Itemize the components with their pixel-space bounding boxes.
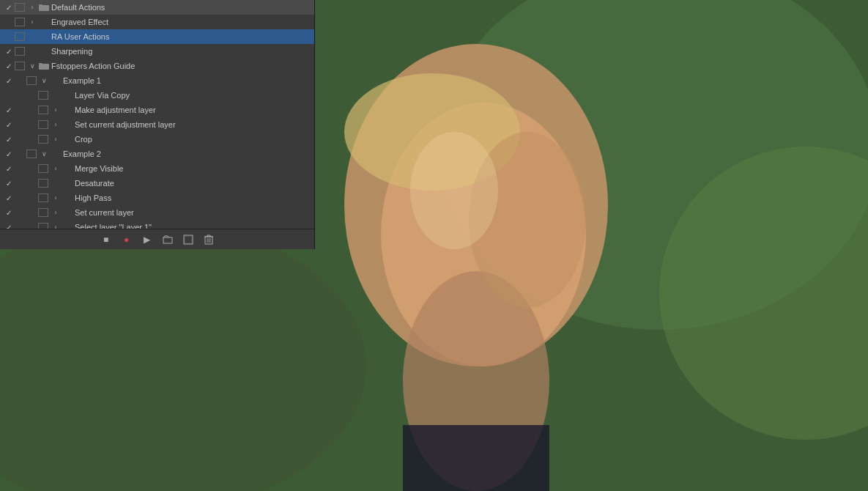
play-button[interactable]: ▶ (141, 233, 154, 246)
row-label: Sharpening (50, 47, 311, 56)
visibility-box[interactable] (38, 135, 48, 144)
svg-rect-12 (39, 64, 49, 70)
record-button[interactable]: ● (120, 233, 133, 246)
check-mark: ✓ (3, 62, 15, 70)
expand-arrow[interactable]: › (50, 136, 62, 143)
check-mark: ✓ (3, 224, 15, 229)
action-row-set-current-adj[interactable]: ✓›Set current adjustment layer (0, 117, 314, 132)
stop-button[interactable]: ■ (100, 233, 113, 246)
visibility-box[interactable] (15, 3, 25, 12)
visibility-box[interactable] (38, 223, 48, 229)
folder-icon (38, 62, 50, 71)
visibility-box[interactable] (38, 91, 48, 100)
action-row-layer-via-copy[interactable]: Layer Via Copy (0, 88, 314, 103)
visibility-box[interactable] (38, 164, 48, 173)
action-row-engraved-effect[interactable]: ›Engraved Effect (0, 15, 314, 29)
action-row-merge-visible[interactable]: ✓›Merge Visible (0, 161, 314, 176)
row-label: Crop (73, 135, 311, 144)
action-row-default-actions[interactable]: ✓› Default Actions (0, 0, 314, 15)
row-label: Example 2 (62, 149, 311, 158)
row-label: Fstoppers Action Guide (50, 62, 311, 70)
row-label: RA User Actions (50, 32, 311, 41)
row-label: Example 1 (62, 76, 311, 85)
svg-rect-14 (184, 235, 193, 244)
check-mark: ✓ (3, 48, 15, 56)
check-mark: ✓ (3, 150, 15, 158)
panel-toolbar: ■ ● ▶ (0, 229, 314, 249)
visibility-box[interactable] (15, 18, 25, 26)
check-mark: ✓ (3, 165, 15, 173)
visibility-box[interactable] (38, 106, 48, 114)
svg-rect-15 (185, 236, 192, 243)
expand-arrow[interactable]: › (50, 194, 62, 202)
actions-list: ✓› Default Actions›Engraved EffectRA Use… (0, 0, 314, 229)
row-label: Set current adjustment layer (73, 120, 311, 129)
expand-arrow[interactable]: › (50, 165, 62, 172)
check-mark: ✓ (3, 180, 15, 188)
row-label: Layer Via Copy (73, 91, 311, 100)
folder-icon (38, 3, 50, 12)
row-label: Make adjustment layer (73, 106, 311, 114)
action-row-sharpening[interactable]: ✓Sharpening (0, 44, 314, 59)
new-action-button[interactable] (182, 233, 195, 246)
visibility-box[interactable] (38, 208, 48, 217)
check-mark: ✓ (3, 4, 15, 12)
expand-arrow[interactable]: › (50, 209, 62, 216)
svg-rect-13 (163, 237, 172, 243)
check-mark: ✓ (3, 209, 15, 217)
visibility-box[interactable] (15, 62, 25, 70)
action-row-high-pass[interactable]: ✓›High Pass (0, 191, 314, 205)
new-set-button[interactable] (161, 233, 174, 246)
visibility-box[interactable] (26, 149, 37, 158)
visibility-box[interactable] (15, 47, 25, 56)
action-row-fstoppers-guide[interactable]: ✓∨ Fstoppers Action Guide (0, 59, 314, 73)
action-row-set-current-layer[interactable]: ✓›Set current layer (0, 205, 314, 220)
expand-arrow[interactable]: › (50, 224, 62, 229)
action-row-desaturate[interactable]: ✓Desaturate (0, 176, 314, 191)
action-row-select-layer-1[interactable]: ✓›Select layer "Layer 1" (0, 220, 314, 229)
check-mark: ✓ (3, 77, 15, 85)
visibility-box[interactable] (38, 179, 48, 188)
action-row-make-adjustment[interactable]: ✓›Make adjustment layer (0, 103, 314, 117)
expand-arrow[interactable]: ∨ (26, 62, 38, 70)
row-label: Engraved Effect (50, 18, 311, 26)
expand-arrow[interactable]: ∨ (38, 77, 50, 84)
check-mark: ✓ (3, 106, 15, 114)
check-mark: ✓ (3, 194, 15, 202)
expand-arrow[interactable]: › (50, 106, 62, 114)
row-label: Select layer "Layer 1" (73, 223, 311, 229)
visibility-box[interactable] (38, 120, 48, 129)
action-row-ra-user-actions[interactable]: RA User Actions (0, 29, 314, 44)
visibility-box[interactable] (26, 76, 37, 85)
svg-point-10 (410, 132, 498, 249)
row-label: Set current layer (73, 208, 311, 217)
action-row-crop[interactable]: ✓›Crop (0, 132, 314, 147)
actions-panel: ✓› Default Actions›Engraved EffectRA Use… (0, 0, 315, 249)
expand-arrow[interactable]: › (26, 18, 38, 26)
action-row-example1[interactable]: ✓∨Example 1 (0, 73, 314, 88)
action-row-example2[interactable]: ✓∨Example 2 (0, 147, 314, 161)
check-mark: ✓ (3, 136, 15, 144)
check-mark: ✓ (3, 121, 15, 129)
expand-arrow[interactable]: ∨ (38, 150, 50, 158)
expand-arrow[interactable]: › (26, 4, 38, 11)
row-label: Merge Visible (73, 164, 311, 173)
visibility-box[interactable] (38, 193, 48, 202)
visibility-box[interactable] (15, 32, 25, 41)
delete-button[interactable] (202, 233, 215, 246)
svg-rect-11 (39, 5, 49, 11)
row-label: Desaturate (73, 179, 311, 188)
svg-rect-8 (403, 425, 549, 491)
row-label: Default Actions (50, 3, 311, 12)
expand-arrow[interactable]: › (50, 121, 62, 128)
row-label: High Pass (73, 193, 311, 202)
